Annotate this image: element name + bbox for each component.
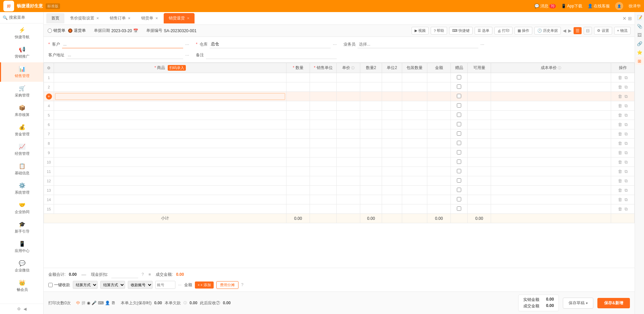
- staff-dots-btn[interactable]: ···: [480, 42, 484, 47]
- delete-row-btn[interactable]: 🗑: [617, 75, 623, 80]
- account-select[interactable]: 收款账号: [128, 281, 153, 289]
- close-tab-btn[interactable]: ✕: [623, 16, 627, 21]
- customer-dots-btn[interactable]: ···: [185, 42, 189, 47]
- copy-row-btn[interactable]: ⧉: [624, 197, 628, 202]
- one-click-payment-checkbox[interactable]: 一键收款: [48, 282, 70, 288]
- maximize-tab-btn[interactable]: ⊞: [628, 16, 632, 21]
- scan-input-btn[interactable]: 扫码录入: [168, 65, 186, 71]
- close-sales-order-icon[interactable]: ✕: [128, 16, 130, 20]
- gift-cell[interactable]: [451, 139, 468, 148]
- fee-split-btn[interactable]: 费用分摊: [216, 281, 238, 289]
- gift-cell[interactable]: [451, 129, 468, 139]
- gear-icon[interactable]: ⚙: [47, 66, 51, 70]
- close-sales-delivery-icon[interactable]: ✕: [155, 16, 158, 20]
- gift-cell[interactable]: [451, 167, 468, 176]
- right-sidebar-note-icon[interactable]: 📝: [636, 13, 644, 21]
- delete-row-btn[interactable]: 🗑: [617, 178, 623, 183]
- calendar-icon[interactable]: 📅: [133, 28, 138, 33]
- remark-input[interactable]: [206, 51, 337, 59]
- delete-row-btn[interactable]: 🗑: [617, 188, 623, 193]
- sidebar-item-guide[interactable]: 🎓 新手引导: [0, 218, 43, 237]
- gift-cell[interactable]: [451, 176, 468, 186]
- next-record-btn[interactable]: ▶: [568, 28, 572, 33]
- right-sidebar-star-icon[interactable]: ⭐: [636, 48, 644, 56]
- account-dots-btn[interactable]: ···: [178, 282, 181, 287]
- tab-sales-return[interactable]: 销货退货 ✕: [164, 13, 195, 23]
- video-btn[interactable]: ▶ 视频: [412, 27, 429, 35]
- copy-row-btn[interactable]: ⧉: [624, 188, 628, 193]
- copy-row-btn[interactable]: ⧉: [624, 113, 628, 118]
- delete-row-btn[interactable]: 🗑: [617, 131, 623, 136]
- gift-cell[interactable]: [451, 158, 468, 167]
- calc-method-select[interactable]: 结算方式: [100, 281, 125, 289]
- sidebar-settings-icon[interactable]: ⚙: [17, 307, 21, 311]
- fee-help-icon[interactable]: ?: [241, 282, 244, 287]
- delete-row-btn[interactable]: 🗑: [617, 141, 623, 146]
- tab-sales-order[interactable]: 销售订单 ✕: [105, 13, 136, 23]
- right-sidebar-attachment-icon[interactable]: 📎: [636, 22, 644, 30]
- radio-delivery[interactable]: 销货单: [48, 28, 65, 34]
- gift-cell[interactable]: [451, 82, 468, 92]
- copy-row-btn[interactable]: ⧉: [624, 131, 628, 137]
- user-name[interactable]: 徐泽华: [629, 3, 641, 9]
- close-sales-return-icon[interactable]: ✕: [187, 16, 190, 20]
- address-dots-btn[interactable]: ···: [185, 52, 189, 58]
- add-logistics-btn[interactable]: + 物流: [614, 27, 631, 35]
- delete-row-btn[interactable]: 🗑: [617, 103, 623, 108]
- sidebar-item-operations[interactable]: 📈 经营管理: [0, 140, 43, 160]
- address-input[interactable]: [66, 51, 183, 59]
- delete-row-btn[interactable]: 🗑: [617, 169, 623, 174]
- sidebar-item-purchase[interactable]: 🛒 采购管理: [0, 82, 43, 101]
- sidebar-item-inventory[interactable]: 📦 库存核算: [0, 101, 43, 121]
- radio-return[interactable]: 退货单: [68, 28, 86, 34]
- sidebar-item-marketing[interactable]: 📢 营销推广: [0, 43, 43, 62]
- copy-row-btn[interactable]: ⧉: [624, 178, 628, 184]
- warehouse-input[interactable]: [210, 40, 331, 48]
- detail-view-btn[interactable]: ⊟: [584, 27, 592, 35]
- sidebar-item-finance[interactable]: 💰 资金管理: [0, 121, 43, 140]
- settings-btn[interactable]: ⚙ 设置: [594, 27, 612, 35]
- sidebar-item-enterprise[interactable]: 🤝 企业协同: [0, 198, 43, 218]
- copy-row-btn[interactable]: ⧉: [624, 150, 628, 155]
- operate-btn[interactable]: ▦ 操作: [515, 27, 532, 35]
- select-btn[interactable]: ☰ 选单: [475, 27, 492, 35]
- sidebar-item-quick-nav[interactable]: ⚡ 快捷导航: [0, 23, 43, 43]
- delete-row-btn[interactable]: 🗑: [617, 150, 623, 155]
- gift-cell[interactable]: [451, 195, 468, 204]
- online-service-btn[interactable]: 👤 在线客服: [588, 3, 610, 9]
- copy-row-btn[interactable]: ⧉: [624, 122, 628, 127]
- copy-row-btn[interactable]: ⧉: [624, 141, 628, 146]
- delete-row-btn[interactable]: 🗑: [617, 122, 623, 127]
- gift-cell[interactable]: [451, 101, 468, 111]
- history-btn[interactable]: 🕐 历史单据: [534, 27, 561, 35]
- copy-row-btn[interactable]: ⧉: [624, 169, 628, 174]
- help-formula-icon[interactable]: ?: [142, 272, 144, 277]
- tab-sales-delivery[interactable]: 销货单 ✕: [136, 13, 163, 23]
- warehouse-dots-btn[interactable]: ···: [333, 42, 337, 47]
- gift-cell[interactable]: [451, 73, 468, 82]
- account-input[interactable]: [155, 281, 175, 289]
- sidebar-item-member[interactable]: 👑 畅会员: [0, 276, 43, 296]
- copy-row-btn[interactable]: ⧉: [624, 75, 628, 80]
- staff-input[interactable]: [358, 40, 478, 48]
- copy-row-btn[interactable]: ⧉: [624, 206, 628, 212]
- cash-discount-input[interactable]: [111, 271, 138, 278]
- copy-row-btn[interactable]: ⧉: [624, 103, 628, 109]
- customer-input[interactable]: [62, 40, 183, 48]
- gift-cell[interactable]: [451, 186, 468, 195]
- shortcut-btn[interactable]: ⌨ 快捷键: [449, 27, 473, 35]
- delete-row-btn[interactable]: 🗑: [617, 160, 623, 165]
- right-sidebar-link-icon[interactable]: 🔗: [636, 40, 644, 48]
- sidebar-search[interactable]: 🔍 搜索菜单: [0, 12, 43, 23]
- gift-cell[interactable]: [451, 148, 468, 158]
- copy-row-btn[interactable]: ⧉: [624, 94, 628, 99]
- product-cell[interactable]: [54, 92, 286, 101]
- sidebar-item-basic-info[interactable]: 📋 基础信息: [0, 160, 43, 179]
- right-sidebar-expand-icon[interactable]: ⊞: [636, 57, 644, 65]
- gift-cell[interactable]: [451, 92, 468, 101]
- tab-price-setting[interactable]: 售价提取设置 ✕: [65, 13, 104, 23]
- gift-cell[interactable]: [451, 120, 468, 129]
- right-sidebar-image-icon[interactable]: 🖼: [636, 31, 644, 39]
- messages-btn[interactable]: 💬 消息 70: [534, 3, 556, 9]
- help-btn[interactable]: ? 帮助: [431, 27, 447, 35]
